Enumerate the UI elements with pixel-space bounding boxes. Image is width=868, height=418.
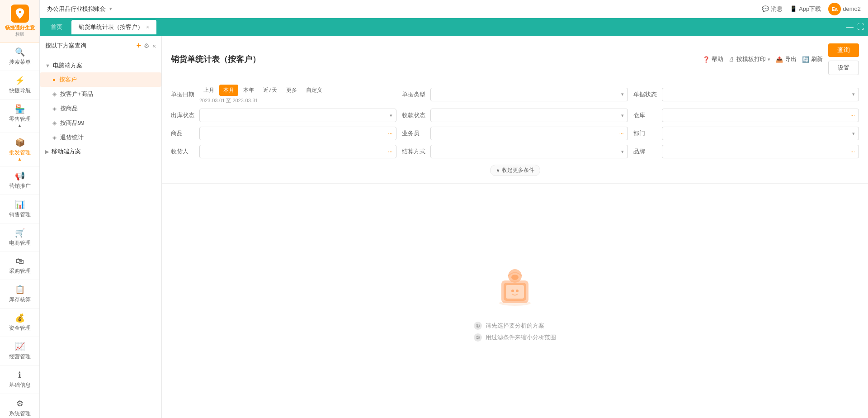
finance-icon: 💰 [15,313,25,323]
query-button[interactable]: 查询 [828,43,859,57]
order-type-chevron: ▾ [621,91,624,97]
tab-sales-stats-label: 销货单统计表（按客户） [79,23,143,31]
search-menu-icon: 🔍 [15,47,25,57]
message-btn[interactable]: 💬 消息 [762,5,783,13]
scheme-icon-1: ◈ [52,91,57,97]
tab-minimize-btn[interactable]: — [846,23,854,31]
settings-button[interactable]: 设置 [828,61,859,75]
date-tab-prev-month[interactable]: 上月 [199,85,218,96]
scheme-customer-goods[interactable]: ◈ 按客户+商品 [40,87,161,101]
topbar-right: 💬 消息 📱 App下载 Ea demo2 [762,3,861,15]
print-dropdown-icon[interactable]: ▾ [768,57,770,62]
sidebar-item-inventory[interactable]: 📋 库存核算 [0,280,39,309]
mobile-group-arrow: ▶ [45,149,49,155]
filter-row-4: 收货人 ··· 结算方式 ▾ 品牌 [171,145,859,158]
mobile-group: ▶ 移动端方案 [40,145,161,158]
filter-order-type: 单据类型 ▾ [402,88,627,101]
scheme-by-customer[interactable]: ● 按客户 [40,72,161,87]
desktop-group: ▼ 电脑端方案 ● 按客户 ◈ 按客户+商品 ◈ 按商品 [40,59,161,145]
hint-text-1: 请先选择要分析的方案 [486,322,544,330]
sidebar-item-system[interactable]: ⚙ 系统管理 [0,394,39,418]
scheme-goods-99[interactable]: ◈ 按商品99 [40,116,161,130]
wholesale-icon: 📦 [15,138,25,147]
order-type-control[interactable]: ▾ [430,88,627,101]
dept-control[interactable]: ▾ [662,127,859,140]
sidebar-item-retail[interactable]: 🏪 零售管理 ▲ [0,100,39,133]
app-download-label: App下载 [799,5,821,13]
mobile-group-header[interactable]: ▶ 移动端方案 [40,145,161,158]
basic-info-icon: ℹ [18,370,21,380]
receiver-dots: ··· [388,148,392,155]
brand-control[interactable]: ··· [662,145,859,158]
app-download-icon: 📱 [790,5,797,12]
tab-sales-stats[interactable]: 销货单统计表（按客户） × [71,20,156,34]
scheme-by-goods[interactable]: ◈ 按商品 [40,101,161,116]
collapse-panel-btn[interactable]: « [152,42,156,49]
tab-maximize-btn[interactable]: ⛶ [857,23,864,31]
salesperson-control[interactable]: ··· [430,127,627,140]
app-download-btn[interactable]: 📱 App下载 [790,5,821,13]
date-tab-more[interactable]: 更多 [282,85,301,96]
filter-collect-status: 收款状态 ▾ [402,109,627,122]
filter-receiver: 收货人 ··· [171,145,396,158]
sidebar: 畅捷通好生意 标版 🔍 搜索菜单 ⚡ 快捷导航 🏪 零售管理 ▲ 📦 批发管理 … [0,0,40,418]
filter-row-3: 商品 ··· 业务员 ··· 部门 [171,127,859,140]
dept-chevron: ▾ [852,131,855,137]
sidebar-item-purchase[interactable]: 🛍 采购管理 [0,252,39,280]
date-tab-this-year[interactable]: 本年 [239,85,258,96]
order-status-chevron: ▾ [852,91,855,97]
date-label: 单据日期 [171,90,196,99]
tab-close-icon[interactable]: × [146,24,149,30]
sidebar-item-label: 零售管理 [9,115,31,123]
salesperson-label: 业务员 [402,129,427,138]
out-status-chevron: ▾ [390,113,392,119]
topbar-dropdown-icon[interactable]: ▾ [109,6,112,12]
scheme-return-stats[interactable]: ◈ 退货统计 [40,130,161,145]
collapse-up-icon: ∧ [496,167,500,174]
mobile-group-label: 移动端方案 [52,147,81,156]
date-range: 2023-03-01 至 2023-03-31 [199,97,326,104]
sidebar-item-basic-info[interactable]: ℹ 基础信息 [0,366,39,394]
settlement-control[interactable]: ▾ [430,145,627,158]
tab-home[interactable]: 首页 [43,20,70,34]
sidebar-item-sales[interactable]: 📊 销售管理 [0,195,39,223]
refresh-btn[interactable]: 🔄 刷新 [802,55,823,63]
sidebar-item-wholesale[interactable]: 📦 批发管理 ▲ [0,133,39,166]
settings-scheme-btn[interactable]: ⚙ [144,42,150,49]
sidebar-item-label: 营销推广 [9,182,31,190]
sidebar-item-search[interactable]: 🔍 搜索菜单 [0,43,39,71]
add-scheme-btn[interactable]: + [137,41,142,50]
filter-salesperson: 业务员 ··· [402,127,627,140]
help-btn[interactable]: ❓ 帮助 [703,55,723,63]
date-tab-custom[interactable]: 自定义 [302,85,326,96]
out-status-control[interactable]: ▾ [199,109,396,122]
print-btn[interactable]: 🖨 按模板打印 ▾ [729,55,770,63]
scheme-icon-3: ◈ [52,120,57,126]
sidebar-logo: 畅捷通好生意 标版 [0,0,39,43]
collect-status-control[interactable]: ▾ [430,109,627,122]
date-tab-7days[interactable]: 近7天 [259,85,281,96]
sidebar-item-quick-nav[interactable]: ⚡ 快捷导航 [0,71,39,100]
sidebar-item-label: 销售管理 [9,211,31,218]
date-tab-this-month[interactable]: 本月 [219,85,238,96]
hint-num-1: ① [474,322,482,330]
sidebar-item-label: 快捷导航 [9,87,31,95]
warehouse-control[interactable]: ··· [662,109,859,122]
desktop-group-header[interactable]: ▼ 电脑端方案 [40,59,161,72]
sidebar-item-ecommerce[interactable]: 🛒 电商管理 [0,223,39,252]
scheme-goods-99-label: 按商品99 [60,119,84,127]
sidebar-item-marketing[interactable]: 📢 营销推广 [0,166,39,195]
topbar: 办公用品行业模拟账套 ▾ 💬 消息 📱 App下载 Ea demo2 [40,0,868,18]
sidebar-item-label: 库存核算 [9,296,31,304]
scheme-customer-goods-label: 按客户+商品 [60,90,93,98]
user-profile[interactable]: Ea demo2 [828,3,861,15]
print-icon: 🖨 [729,56,735,63]
collapse-filter-btn[interactable]: ∧ 收起更多条件 [490,165,540,176]
brand-label: 品牌 [633,147,658,156]
order-status-control[interactable]: ▾ [662,88,859,101]
receiver-control[interactable]: ··· [199,145,396,158]
export-btn[interactable]: 📤 导出 [776,55,797,63]
sidebar-item-management[interactable]: 📈 经营管理 [0,337,39,366]
sidebar-item-finance[interactable]: 💰 资金管理 [0,309,39,337]
goods-control[interactable]: ··· [199,127,396,140]
